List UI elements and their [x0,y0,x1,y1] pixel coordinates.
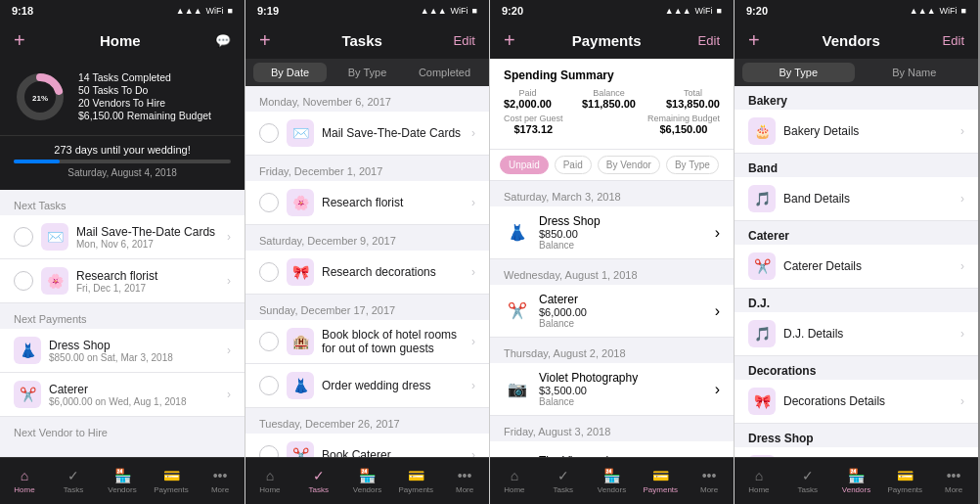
pay-item-dress[interactable]: 👗 Dress Shop $850.00 Balance › [490,206,734,259]
pay-item-caterer[interactable]: ✂️ Caterer $6,000.00 Balance › [490,285,734,338]
progress-fill [14,160,60,163]
tab-home[interactable]: ⌂ Home [0,464,49,498]
content-florist: Research florist [322,196,468,209]
checkbox-caterer[interactable] [259,445,279,457]
task-research-florist[interactable]: 🌸 Research florist › [245,181,489,225]
more-tab-label: More [700,485,718,494]
segment-completed[interactable]: Completed [408,63,481,82]
checkbox-florist[interactable] [259,193,279,212]
tab-vendors[interactable]: 🏪 Vendors [98,464,147,498]
tab-payments[interactable]: 💳 Payments [880,464,929,498]
vendors-tab-label: Vendors [108,485,136,494]
seg-unpaid[interactable]: Unpaid [500,156,549,174]
tab-more[interactable]: ••• More [440,464,489,498]
chevron-icon: › [471,265,475,279]
add-button-payments[interactable]: + [504,29,515,52]
tab-payments[interactable]: 💳 Payments [391,464,440,498]
vendor-bakery[interactable]: 🎂 Bakery Details › [735,110,978,154]
task-checkbox-florist[interactable] [14,271,33,291]
pay-icon-caterer: ✂️ [504,298,531,325]
tab-tasks[interactable]: ✓ Tasks [783,464,832,498]
page-title-vendors: Vendors [823,32,880,49]
add-button-home[interactable]: + [14,29,25,52]
vendors-content: Bakery 🎂 Bakery Details › Band 🎵 Band De… [735,86,978,457]
payment-item-dress[interactable]: 👗 Dress Shop $850.00 on Sat, Mar 3, 2018… [0,329,245,373]
segment-bydate[interactable]: By Date [253,63,327,82]
seg-bytype[interactable]: By Type [666,156,719,174]
title-florist: Research florist [322,196,468,209]
checkbox-dress[interactable] [259,376,279,395]
checkbox-hotel[interactable] [259,332,279,351]
vendor-band[interactable]: 🎵 Band Details › [735,177,978,221]
task-book-caterer[interactable]: ✂️ Book Caterer › [245,434,489,457]
summary-block: 21% 14 Tasks Completed 50 Tasks To Do 20… [0,59,245,135]
edit-button-payments[interactable]: Edit [698,33,720,48]
task-research-decorations[interactable]: 🎀 Research decorations › [245,251,489,295]
vendor-dj[interactable]: 🎵 D.J. Details › [735,312,978,356]
tab-vendors[interactable]: 🏪 Vendors [588,464,637,498]
add-button-vendors[interactable]: + [748,29,760,52]
pay-item-photography[interactable]: 📷 Violet Photography $3,500.00 Balance › [490,363,734,416]
task-item-mail[interactable]: ✉️ Mail Save-The-Date Cards Mon, Nov 6, … [0,215,245,259]
tab-bar-home: ⌂ Home ✓ Tasks 🏪 Vendors 💳 Payments ••• … [0,457,245,504]
vendor-decorations[interactable]: 🎀 Decorations Details › [735,380,978,424]
next-payments-header: Next Payments [0,303,245,329]
edit-button-tasks[interactable]: Edit [454,33,475,48]
payments-tab-label: Payments [399,485,434,494]
checkbox-decorations[interactable] [259,262,279,282]
checkbox-mail[interactable] [259,123,279,143]
segment-bytype[interactable]: By Type [742,63,855,82]
payment-item-caterer[interactable]: ✂️ Caterer $6,000.00 on Wed, Aug 1, 2018… [0,373,245,417]
vendor-icon-dj: 🎵 [748,320,776,347]
segment-byname[interactable]: By Name [859,63,971,82]
chevron-icon: › [227,344,231,357]
content-hotel: Book block of hotel rooms for out of tow… [322,328,468,355]
task-order-dress[interactable]: 👗 Order wedding dress › [245,364,489,408]
chevron-icon: › [471,335,475,348]
pay-icon-photo: 📷 [504,376,531,403]
segment-bytype[interactable]: By Type [331,63,404,82]
wedding-date: Saturday, August 4, 2018 [14,167,231,178]
signal-icon: ▲▲▲ [176,6,202,16]
nav-header-tasks: + Tasks Edit [245,22,489,59]
task-mail-cards[interactable]: ✉️ Mail Save-The-Date Cards › [245,112,489,156]
title-hotel: Book block of hotel rooms for out of tow… [322,328,468,355]
tab-vendors[interactable]: 🏪 Vendors [832,464,881,498]
balance-label: Balance [582,88,636,98]
tab-home[interactable]: ⌂ Home [245,464,294,498]
pay-item-vineyard[interactable]: 🍷 The Vineyard $1,500.00 › [490,441,734,457]
task-hotel-block[interactable]: 🏨 Book block of hotel rooms for out of t… [245,320,489,364]
task-item-florist[interactable]: 🌸 Research florist Fri, Dec 1, 2017 › [0,259,245,303]
vendor-title-dj: D.J. Details [783,327,957,341]
task-checkbox-mail[interactable] [14,227,33,247]
progress-donut: 21% [14,70,67,123]
page-title-payments: Payments [572,32,642,49]
next-tasks-header: Next Tasks [0,190,245,215]
section-nov6: Monday, November 6, 2017 [245,86,489,112]
add-button-tasks[interactable]: + [259,29,271,52]
tab-vendors[interactable]: 🏪 Vendors [343,464,392,498]
vendor-caterer[interactable]: ✂️ Caterer Details › [735,245,978,289]
vendor-content-bakery: Bakery Details [783,124,957,138]
tab-more[interactable]: ••• More [685,464,734,498]
tab-tasks[interactable]: ✓ Tasks [539,464,588,498]
status-icons-home: ▲▲▲ WiFi ■ [176,6,233,16]
vendor-dressshop[interactable]: 👗 Dress Shop Details › [735,447,978,457]
tab-tasks[interactable]: ✓ Tasks [294,464,343,498]
tab-payments[interactable]: 💳 Payments [147,464,196,498]
tab-home[interactable]: ⌂ Home [490,464,539,498]
message-button-home[interactable]: 💬 [215,33,231,48]
seg-paid[interactable]: Paid [555,156,592,174]
payments-tab-icon: 💳 [408,468,424,483]
tab-more[interactable]: ••• More [929,464,978,498]
remaining-label: Remaining Budget [647,114,720,123]
next-vendor-header: Next Vendor to Hire [0,417,245,442]
tab-payments[interactable]: 💳 Payments [636,464,685,498]
edit-button-vendors[interactable]: Edit [943,33,964,48]
spending-title: Spending Summary [504,69,720,82]
payment-content-caterer: Caterer $6,000.00 on Wed, Aug 1, 2018 [49,383,223,407]
tab-tasks[interactable]: ✓ Tasks [49,464,98,498]
tab-home[interactable]: ⌂ Home [735,464,783,498]
seg-byvendor[interactable]: By Vendor [598,156,660,174]
tab-more[interactable]: ••• More [196,464,245,498]
